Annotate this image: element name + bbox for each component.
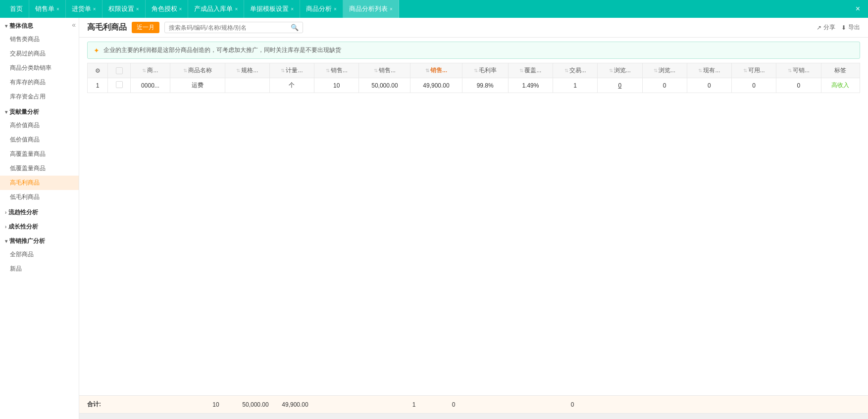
nav-tab-permission[interactable]: 权限设置 × xyxy=(102,0,146,18)
sidebar-item-new-goods[interactable]: 新品 xyxy=(0,262,79,276)
col-current-header[interactable]: ⇅ 现有... xyxy=(687,63,731,78)
footer-empty3 xyxy=(473,401,513,408)
nav-tab-product-in[interactable]: 产成品入库单 × xyxy=(188,0,244,18)
close-icon[interactable]: × xyxy=(136,6,139,12)
close-icon[interactable]: × xyxy=(179,6,182,12)
col-checkbox-header xyxy=(108,63,131,78)
footer-trade: 1 xyxy=(394,401,434,408)
col-sale-profit-header[interactable]: ⇅ 销售... xyxy=(410,63,462,78)
close-icon[interactable]: × xyxy=(56,6,59,12)
sidebar-item-low-coverage[interactable]: 低覆盖量商品 xyxy=(0,161,79,176)
cell-unit: 个 xyxy=(269,78,314,93)
sidebar-item-high-value[interactable]: 高价值商品 xyxy=(0,118,79,133)
col-tag-header: 标签 xyxy=(821,63,860,78)
nav-tab-goods-list[interactable]: 商品分析列表 × xyxy=(343,0,399,18)
nav-tab-template[interactable]: 单据模板设置 × xyxy=(244,0,300,18)
chevron-down-icon: ▾ xyxy=(5,23,7,29)
sort-icon: ⇅ xyxy=(281,68,285,73)
col-browse1-header[interactable]: ⇅ 浏览... xyxy=(598,63,642,78)
chevron-right-icon: › xyxy=(5,224,6,230)
chevron-down-icon: ▾ xyxy=(5,109,7,115)
settings-icon[interactable]: ⚙ xyxy=(95,67,101,74)
footer-empty5 xyxy=(592,401,632,408)
row-checkbox[interactable] xyxy=(116,81,123,88)
sidebar-item-stock-fund[interactable]: 库存资金占用 xyxy=(0,90,79,104)
nav-tab-sales[interactable]: 销售单 × xyxy=(29,0,66,18)
col-browse2-header[interactable]: ⇅ 浏览... xyxy=(642,63,687,78)
search-box: 🔍 xyxy=(164,22,303,33)
cell-index: 1 xyxy=(88,78,108,93)
cell-name: 运费 xyxy=(170,78,225,93)
sort-icon: ⇅ xyxy=(425,68,429,73)
sidebar-group-marketing[interactable]: ▾ 营销推广分析 xyxy=(0,233,79,247)
col-coverage-header[interactable]: ⇅ 覆盖... xyxy=(508,63,553,78)
cell-spec xyxy=(225,78,269,93)
sidebar-item-high-coverage[interactable]: 高覆盖量商品 xyxy=(0,147,79,161)
sidebar-group-growth[interactable]: › 成长性分析 xyxy=(0,219,79,233)
footer-empty4 xyxy=(513,401,553,408)
col-trade-header[interactable]: ⇅ 交易... xyxy=(553,63,598,78)
sidebar-collapse-btn[interactable]: « xyxy=(72,21,76,29)
page-title: 高毛利商品 xyxy=(87,22,127,33)
nav-tab-role[interactable]: 角色授权 × xyxy=(146,0,189,18)
close-icon[interactable]: × xyxy=(93,6,96,12)
footer-sale-amount: 50,000.00 xyxy=(236,401,275,408)
footer-browse1: 0 xyxy=(434,401,473,408)
top-nav: 首页 销售单 × 进货单 × 权限设置 × 角色授权 × 产成品入库单 × 单据… xyxy=(0,0,868,18)
footer-available: 0 xyxy=(553,401,592,408)
sidebar-group-contribution[interactable]: ▾ 贡献量分析 xyxy=(0,104,79,118)
col-code-header[interactable]: ⇅ 商... xyxy=(131,63,170,78)
sort-icon: ⇅ xyxy=(654,68,658,73)
sidebar-item-all-goods[interactable]: 全部商品 xyxy=(0,247,79,262)
close-icon[interactable]: × xyxy=(390,6,393,12)
sidebar-item-category-rate[interactable]: 商品分类助销率 xyxy=(0,61,79,75)
share-button[interactable]: ↗ 分享 xyxy=(817,23,835,32)
col-unit-header[interactable]: ⇅ 计量... xyxy=(269,63,314,78)
sidebar-item-traded-goods[interactable]: 交易过的商品 xyxy=(0,47,79,61)
footer-values: 10 50,000.00 49,900.00 1 0 0 xyxy=(196,401,860,408)
cell-sale-profit: 49,900.00 xyxy=(410,78,462,93)
col-sale-qty-header[interactable]: ⇅ 销售... xyxy=(314,63,359,78)
sidebar-group-overall[interactable]: ▾ 整体信息 xyxy=(0,18,79,32)
cell-sale-qty: 10 xyxy=(314,78,359,93)
close-all-tabs[interactable]: × xyxy=(852,4,864,13)
content-header: 高毛利商品 近一月 🔍 ↗ 分享 ⬇ 导出 xyxy=(79,18,868,38)
col-margin-header[interactable]: ⇅ 毛利率 xyxy=(462,63,508,78)
col-index: ⚙ xyxy=(88,63,108,78)
footer-empty2 xyxy=(355,401,394,408)
col-name-header[interactable]: ⇅ 商品名称 xyxy=(170,63,225,78)
close-icon[interactable]: × xyxy=(235,6,238,12)
close-icon[interactable]: × xyxy=(291,6,294,12)
horizontal-scrollbar[interactable] xyxy=(79,413,868,419)
col-spec-header[interactable]: ⇅ 规格... xyxy=(225,63,269,78)
cell-trade: 1 xyxy=(553,78,598,93)
col-saleable-header[interactable]: ⇅ 可销... xyxy=(776,63,821,78)
col-sale-amount-header[interactable]: ⇅ 销售... xyxy=(359,63,410,78)
sidebar-item-high-margin[interactable]: 高毛利商品 xyxy=(0,176,79,190)
table-row: 1 0000... 运费 个 10 50,000.00 49,900.00 99… xyxy=(88,78,860,93)
close-icon[interactable]: × xyxy=(334,6,337,12)
export-button[interactable]: ⬇ 导出 xyxy=(841,23,860,32)
cell-saleable: 0 xyxy=(776,78,821,93)
sidebar-item-in-stock[interactable]: 有库存的商品 xyxy=(0,75,79,90)
sidebar-item-low-margin[interactable]: 低毛利商品 xyxy=(0,190,79,204)
search-icon[interactable]: 🔍 xyxy=(291,24,299,31)
footer-sale-profit: 49,900.00 xyxy=(275,401,315,408)
select-all-checkbox[interactable] xyxy=(116,67,123,74)
footer-label: 合计: xyxy=(87,400,196,409)
cell-margin: 99.8% xyxy=(462,78,508,93)
col-available-header[interactable]: ⇅ 可用... xyxy=(732,63,776,78)
nav-tab-goods-analysis[interactable]: 商品分析 × xyxy=(300,0,343,18)
nav-tab-home[interactable]: 首页 xyxy=(4,0,29,18)
time-filter-button[interactable]: 近一月 xyxy=(132,22,159,33)
sidebar-item-sales-goods[interactable]: 销售类商品 xyxy=(0,32,79,47)
search-input[interactable] xyxy=(169,24,288,31)
sort-icon: ⇅ xyxy=(609,68,613,73)
sort-icon: ⇅ xyxy=(236,68,240,73)
sidebar-group-trend[interactable]: › 流趋性分析 xyxy=(0,204,79,219)
sidebar-item-low-value[interactable]: 低价值商品 xyxy=(0,133,79,147)
cell-sale-amount: 50,000.00 xyxy=(359,78,410,93)
table-wrapper: ⚙ ⇅ 商... xyxy=(79,63,868,395)
nav-tab-purchase[interactable]: 进货单 × xyxy=(66,0,102,18)
sort-icon: ⇅ xyxy=(519,68,523,73)
